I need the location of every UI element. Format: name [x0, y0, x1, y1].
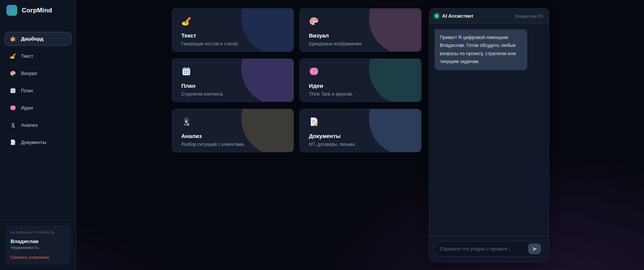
card-title: Документы: [309, 133, 412, 139]
card-visual[interactable]: ВизуалБрендовые изображения.: [299, 8, 421, 52]
profile-section: АКТИВНЫЙ ПРОФИЛЬ Владислав Недвижимость …: [0, 220, 76, 270]
assistant-os-label: Владислав OS: [515, 14, 543, 18]
profile-section-label: АКТИВНЫЙ ПРОФИЛЬ: [11, 230, 65, 234]
sidebar-item-label: План: [21, 88, 33, 93]
card-plan[interactable]: ПланСтратегия контента.: [172, 58, 294, 102]
card-title: План: [181, 82, 284, 89]
send-icon: [532, 246, 538, 252]
sidebar-item-label: Визуал: [21, 70, 37, 76]
assistant-header: AI Ассистент Владислав OS: [429, 9, 549, 24]
brain-icon: [309, 66, 319, 76]
detective-icon: [10, 122, 16, 128]
assistant-input-pill: [434, 241, 544, 256]
palette-icon: [309, 16, 319, 26]
sidebar-item-dashboard[interactable]: Дашборд: [5, 32, 71, 46]
card-description: КП, договоры, письма.: [309, 142, 412, 147]
assistant-message-bubble: Привет! Я цифровой помощник Владислав. Г…: [435, 29, 527, 70]
cards-grid: ТекстГенерация постов и статей.ВизуалБре…: [172, 8, 421, 152]
card-ideas[interactable]: ИдеиThink Tank и креатив.: [299, 58, 421, 102]
card-title: Анализ: [181, 133, 284, 139]
memo-icon: [309, 117, 319, 127]
sidebar-spacer: [0, 149, 76, 220]
sidebar-item-visual[interactable]: Визуал: [5, 66, 71, 80]
assistant-panel: AI Ассистент Владислав OS Привет! Я цифр…: [429, 8, 549, 262]
brain-icon: [10, 105, 16, 111]
assistant-title: AI Ассистент: [442, 13, 473, 19]
sidebar: CorpMind ДашбордТекстВизуалПланИдеиАнали…: [0, 0, 76, 270]
status-dot: [435, 14, 439, 18]
profile-card: АКТИВНЫЙ ПРОФИЛЬ Владислав Недвижимость …: [5, 225, 71, 265]
brand-logo: [6, 5, 17, 16]
palette-icon: [10, 70, 16, 76]
sidebar-item-analysis[interactable]: Анализ: [5, 118, 71, 132]
calendar-icon: [10, 87, 16, 94]
switch-company-link[interactable]: Сменить компанию: [11, 255, 65, 260]
sidebar-item-label: Анализ: [21, 122, 38, 128]
sidebar-nav: ДашбордТекстВизуалПланИдеиАнализДокумент…: [0, 32, 76, 149]
sidebar-item-text[interactable]: Текст: [5, 49, 71, 63]
card-description: Брендовые изображения.: [309, 41, 412, 46]
card-description: Стратегия контента.: [181, 92, 284, 97]
card-title: Текст: [181, 32, 284, 39]
card-documents[interactable]: ДокументыКП, договоры, письма.: [299, 109, 421, 152]
sidebar-item-documents[interactable]: Документы: [5, 135, 71, 149]
brand-name: CorpMind: [22, 7, 52, 14]
assistant-messages: Привет! Я цифровой помощник Владислав. Г…: [429, 24, 549, 236]
card-description: Разбор ситуаций с клиентами.: [181, 142, 284, 147]
card-analysis[interactable]: АнализРазбор ситуаций с клиентами.: [172, 109, 294, 152]
brand: CorpMind: [0, 0, 76, 20]
sidebar-item-plan[interactable]: План: [5, 84, 71, 98]
card-description: Think Tank и креатив.: [309, 92, 412, 97]
send-button[interactable]: [528, 243, 541, 254]
card-text[interactable]: ТекстГенерация постов и статей.: [172, 8, 294, 52]
card-title: Визуал: [309, 32, 412, 39]
card-description: Генерация постов и статей.: [181, 41, 284, 46]
writing-icon: [181, 16, 191, 26]
sidebar-item-label: Документы: [21, 140, 46, 145]
sidebar-item-label: Дашборд: [21, 36, 43, 42]
sidebar-item-label: Идеи: [21, 105, 33, 111]
memo-icon: [10, 139, 16, 146]
sidebar-item-ideas[interactable]: Идеи: [5, 101, 71, 115]
assistant-input-area: [429, 236, 549, 262]
calendar-icon: [181, 66, 191, 76]
detective-icon: [181, 117, 191, 127]
sidebar-item-label: Текст: [21, 53, 33, 59]
profile-company: Недвижимость: [11, 245, 65, 250]
house-icon: [10, 36, 16, 42]
assistant-input[interactable]: [440, 246, 528, 252]
card-title: Идеи: [309, 82, 412, 89]
profile-name: Владислав: [11, 238, 65, 244]
writing-icon: [10, 53, 16, 59]
